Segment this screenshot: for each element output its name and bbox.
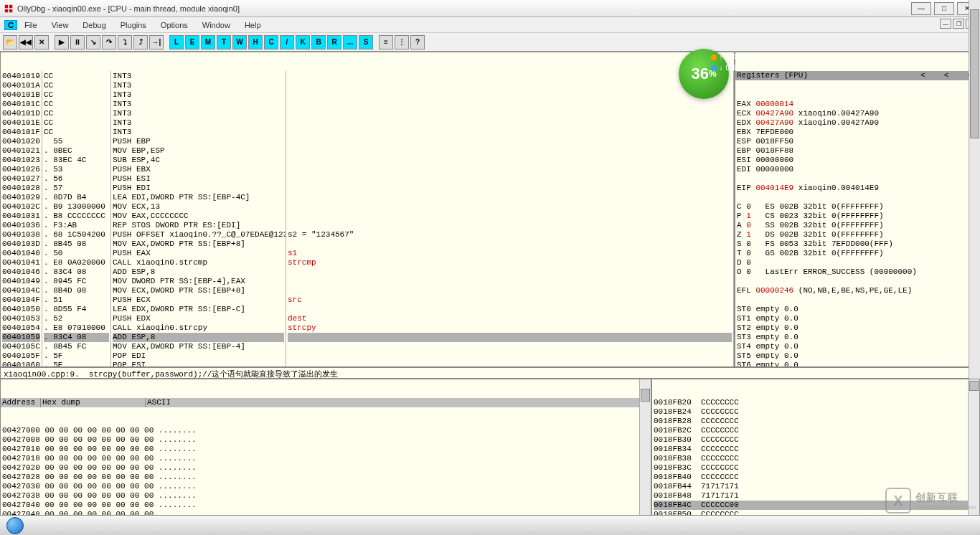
mnemonic: ADD ESP,8 xyxy=(113,333,284,342)
stack-row: 0018FB2C CCCCCCCC xyxy=(654,426,978,435)
window-title: OllyDbg - xiaoqin00.exe - [CPU - main th… xyxy=(17,4,911,13)
comment xyxy=(288,137,732,146)
tb-trace-in[interactable]: ⤵ xyxy=(118,35,132,49)
comment xyxy=(288,146,732,156)
bytes: . 83C4 08 xyxy=(44,268,109,277)
tb-C[interactable]: C xyxy=(264,35,278,49)
bytes: . E8 07010000 xyxy=(44,323,109,333)
mnemonic: PUSH EBX xyxy=(113,165,284,174)
tb-run[interactable]: ▶ xyxy=(55,35,69,49)
disassembly-pane[interactable]: 004010190040101A0040101B0040101C0040101D… xyxy=(0,52,735,367)
tb-/[interactable]: / xyxy=(280,35,294,49)
bytes: . 52 xyxy=(44,314,109,323)
comment xyxy=(288,118,732,128)
addr: 0040101B xyxy=(2,90,40,100)
addr: 0040101C xyxy=(2,100,40,109)
taskbar[interactable] xyxy=(0,515,980,535)
menu-view[interactable]: View xyxy=(44,19,76,31)
addr: 0040101A xyxy=(2,81,40,90)
comment xyxy=(288,128,732,137)
register-line: ST4 empty 0.0 xyxy=(737,342,978,351)
tb-B[interactable]: B xyxy=(311,35,326,49)
mnemonic: MOV EAX,DWORD PTR SS:[EBP-4] xyxy=(113,342,284,351)
addr: 0040104C xyxy=(2,286,40,295)
tb-till-ret[interactable]: →| xyxy=(149,35,164,49)
hex-dump-pane[interactable]: Address Hex dump ASCII 00427000 00 00 00… xyxy=(0,379,651,534)
register-line: P 1 CS 0023 32bit 0(FFFFFFFF) xyxy=(737,212,978,221)
tb-close[interactable]: ✕ xyxy=(34,35,49,49)
mnemonic: MOV EAX,DWORD PTR SS:[EBP+8] xyxy=(113,240,284,249)
speed-stats: ↑0 K/S ↓0 K/S xyxy=(711,50,743,75)
tb-T[interactable]: T xyxy=(217,35,231,49)
addr: 00401027 xyxy=(2,174,40,184)
registers-scrollbar[interactable] xyxy=(969,52,980,367)
addr: 0040105C xyxy=(2,342,40,351)
tb-sort[interactable]: ⋮ xyxy=(395,35,409,49)
menu-help[interactable]: Help xyxy=(237,19,268,31)
mnemonic: INT3 xyxy=(113,90,284,100)
tb-help[interactable]: ? xyxy=(410,35,425,49)
tb-step-over[interactable]: ↷ xyxy=(102,35,116,49)
comment: dest xyxy=(288,314,732,323)
bytes: 55 xyxy=(44,137,109,146)
tb-W[interactable]: W xyxy=(232,35,247,49)
mdi-restore[interactable]: ❐ xyxy=(953,19,964,29)
menu-debug[interactable]: Debug xyxy=(75,19,113,31)
dump-row: 00427018 00 00 00 00 00 00 00 00 .......… xyxy=(2,454,649,463)
info-line: xiaoqin00.cpp:9. strcpy(buffer,password)… xyxy=(0,367,980,379)
stack-row: 0018FB38 CCCCCCCC xyxy=(654,454,978,463)
tb-pause[interactable]: ⏸ xyxy=(70,35,85,49)
tb-list[interactable]: ≡ xyxy=(379,35,393,49)
registers-pane[interactable]: Registers (FPU)<<< EAX 00000014ECX 00427… xyxy=(735,52,980,367)
tb-...[interactable]: ... xyxy=(343,35,357,49)
tb-M[interactable]: M xyxy=(201,35,215,49)
mnemonic: POP ESI xyxy=(113,361,284,367)
titlebar: OllyDbg - xiaoqin00.exe - [CPU - main th… xyxy=(0,0,980,17)
mdi-minimize[interactable]: — xyxy=(940,19,951,29)
mnemonic: INT3 xyxy=(113,81,284,90)
dump-row: 00427010 00 00 00 00 00 00 00 00 .......… xyxy=(2,445,649,454)
bytes: . 8D7D B4 xyxy=(44,193,109,202)
comment xyxy=(288,90,732,100)
menu-options[interactable]: Options xyxy=(154,19,195,31)
menu-file[interactable]: File xyxy=(17,19,44,31)
addr: 0040101D xyxy=(2,109,40,118)
addr: 00401041 xyxy=(2,258,40,268)
addr: 00401023 xyxy=(2,156,40,165)
register-line: O 0 LastErr ERROR_SUCCESS (00000000) xyxy=(737,268,978,277)
tb-trace-out[interactable]: ⤴ xyxy=(133,35,148,49)
comment xyxy=(288,193,732,202)
mnemonic: INT3 xyxy=(113,109,284,118)
tb-L[interactable]: L xyxy=(169,35,184,49)
comment xyxy=(288,165,732,174)
tb-K[interactable]: K xyxy=(296,35,310,49)
bytes: CC xyxy=(44,72,109,81)
tb-H[interactable]: H xyxy=(248,35,263,49)
comment xyxy=(288,81,732,90)
register-line: EBP 0018FF88 xyxy=(737,146,978,156)
dump-scrollbar[interactable] xyxy=(639,379,651,533)
tb-R[interactable]: R xyxy=(327,35,341,49)
addr: 00401040 xyxy=(2,249,40,258)
addr: 00401046 xyxy=(2,268,40,277)
mnemonic: CALL xiaoqin0.strcpy xyxy=(113,323,284,333)
tb-rewind[interactable]: ◀◀ xyxy=(19,35,33,49)
mnemonic: INT3 xyxy=(113,100,284,109)
addr: 0040101E xyxy=(2,118,40,128)
tb-open[interactable]: 📂 xyxy=(3,35,17,49)
menu-c[interactable]: C xyxy=(4,20,17,30)
start-button[interactable] xyxy=(0,516,30,536)
menu-plugins[interactable]: Plugins xyxy=(113,19,154,31)
addr: 0040101F xyxy=(2,128,40,137)
tb-S[interactable]: S xyxy=(359,35,373,49)
bytes: CC xyxy=(44,109,109,118)
mnemonic: SUB ESP,4C xyxy=(113,156,284,165)
bytes: . 8945 FC xyxy=(44,277,109,286)
bytes: . B8 CCCCCCCC xyxy=(44,212,109,221)
minimize-button[interactable]: — xyxy=(911,2,931,15)
menu-window[interactable]: Window xyxy=(195,19,237,31)
comment xyxy=(288,305,732,314)
maximize-button[interactable]: □ xyxy=(934,2,954,15)
tb-E[interactable]: E xyxy=(185,35,199,49)
tb-step-into[interactable]: ↘ xyxy=(86,35,100,49)
